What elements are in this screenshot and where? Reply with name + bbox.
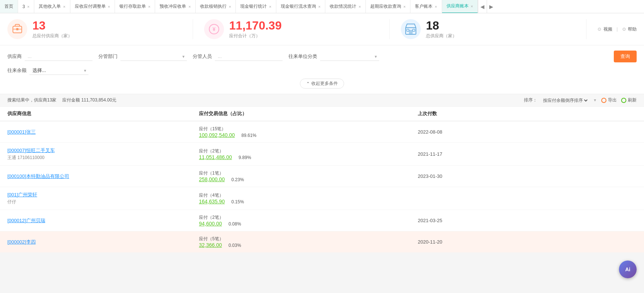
trade-percent: 89.61% [241, 133, 256, 138]
nav-right-arrow[interactable]: ▶ [487, 0, 496, 13]
top-navigation: 首页 3 × 其他收入单 × 应收应付调整单 × 银行存取款单 × 预收冲应收单… [0, 0, 644, 13]
nav-tab-cash-bank-stat[interactable]: 现金银行统计 × [236, 0, 276, 13]
nav-tab-3[interactable]: 3 × [18, 0, 34, 13]
trade-amount[interactable]: 11,051,486.00 [199, 154, 232, 160]
result-amount: 应付金额 111,703,854.00元 [62, 97, 116, 103]
trade-label: 应付（2笔） [199, 148, 418, 154]
dept-label: 分管部门 [98, 53, 118, 60]
trade-label: 应付（5笔） [199, 236, 418, 242]
summary-card-suppliers: 13 总应付供应商（家） [7, 19, 193, 39]
unit-select[interactable] [320, 52, 379, 61]
help-link[interactable]: ⊙ 帮助 [622, 26, 637, 32]
close-icon[interactable]: × [148, 4, 150, 9]
supplier-input[interactable] [25, 52, 92, 61]
supplier-info-cell: [000002]李四 [7, 239, 199, 245]
close-icon[interactable]: × [63, 4, 65, 9]
filter-unit-class: 往来单位分类 ▼ [288, 52, 379, 61]
close-icon[interactable]: × [435, 4, 437, 9]
nav-tab-customer-book[interactable]: 客户账本 × [410, 0, 442, 13]
trade-amount[interactable]: 164,635.90 [199, 199, 225, 204]
close-icon[interactable]: × [318, 4, 321, 9]
nav-tab-collection-stat[interactable]: 收款情况统计 × [325, 0, 365, 13]
table-row: [000012]广州贝瑞 应付（2笔） 94,600.00 0.08% 2021… [0, 210, 644, 231]
close-icon[interactable]: × [108, 4, 110, 9]
nav-tab-prepay[interactable]: 预收冲应收单 × [155, 0, 195, 13]
trade-percent: 0.23% [231, 177, 244, 182]
last-pay-cell: 2020-11-20 [418, 239, 637, 245]
amount-icon: ¥ [204, 19, 224, 39]
last-pay-cell: 2023-01-30 [418, 173, 637, 179]
export-button[interactable]: 导出 [601, 97, 617, 103]
nav-tab-home[interactable]: 首页 [0, 0, 18, 13]
nav-left-arrow[interactable]: ◀ [478, 0, 487, 13]
supplier-link[interactable]: [000012]广州贝瑞 [7, 217, 199, 224]
filter-row-1: 供应商 分管部门 ▼ 分管人员 往来单位分类 ▼ [7, 51, 637, 62]
card2-label: 应付合计（万） [229, 33, 281, 39]
card2-number: 11,170.39 [229, 20, 281, 31]
supplier-link[interactable]: [000002]李四 [7, 239, 199, 245]
header-trade-info: 应付交易信息（占比） [199, 110, 418, 117]
nav-tab-supplier-book[interactable]: 供应商账本 × [442, 0, 478, 13]
trade-label: 应付（2笔） [199, 214, 418, 221]
close-icon[interactable]: × [229, 4, 231, 9]
sort-select[interactable]: 按应付余额倒序排序 [542, 97, 589, 103]
sort-label: 排序： [524, 97, 537, 103]
supplier-link[interactable]: [000007]恒旺二手叉车 [7, 147, 199, 154]
card1-label: 总应付供应商（家） [32, 33, 72, 39]
supplier-info-cell: [001]广州荣轩 仔仔 [7, 192, 199, 205]
result-actions: 排序： 按应付余额倒序排序 ▼ 导出 刷新 [524, 97, 637, 103]
svg-rect-6 [409, 30, 413, 34]
filter-balance: 往来余额 选择... ▼ [7, 66, 88, 75]
trade-info-cell: 应付（5笔） 32,366.00 0.03% [199, 236, 418, 248]
trade-amount[interactable]: 32,366.00 [199, 242, 222, 248]
trade-label: 应付（1笔） [199, 170, 418, 176]
nav-tab-overdue[interactable]: 超期应收款查询 × [366, 0, 410, 13]
refresh-button[interactable]: 刷新 [621, 97, 637, 103]
nav-tab-bank[interactable]: 银行存取款单 × [115, 0, 155, 13]
close-icon[interactable]: × [27, 4, 29, 9]
close-icon[interactable]: × [403, 4, 406, 9]
filter-supplier: 供应商 [7, 52, 92, 61]
supplier-link[interactable]: [001]广州荣轩 [7, 192, 199, 198]
table-row: [000007]恒旺二手叉车 王通 17106110000 应付（2笔） 11,… [0, 143, 644, 166]
balance-dropdown-wrap: 选择... ▼ [29, 66, 88, 75]
trade-info-cell: 应付（4笔） 164,635.90 0.15% [199, 192, 418, 204]
trade-amount[interactable]: 94,600.00 [199, 221, 222, 227]
nav-tab-other-income[interactable]: 其他收入单 × [34, 0, 70, 13]
search-button[interactable]: 查询 [614, 51, 637, 62]
trade-info-cell: 应付（15笔） 100,092,540.00 89.61% [199, 126, 418, 138]
dept-select[interactable] [120, 52, 187, 61]
supplier-sub: 仔仔 [7, 199, 199, 205]
result-prefix: 搜索结果中，供应商13家 [7, 97, 56, 103]
card3-label: 总供应商（家） [426, 33, 457, 39]
trade-percent: 9.89% [239, 155, 251, 160]
supplier-link[interactable]: [000001]张三 [7, 129, 199, 135]
close-icon[interactable]: × [358, 4, 361, 9]
chevron-down-icon: ▼ [593, 98, 597, 102]
person-input[interactable] [215, 52, 283, 61]
table-row: [000001]张三 应付（15笔） 100,092,540.00 89.61%… [0, 121, 644, 143]
nav-tab-adjustment[interactable]: 应收应付调整单 × [70, 0, 115, 13]
card1-number: 13 [32, 20, 72, 31]
close-icon[interactable]: × [269, 4, 271, 9]
unit-dropdown-wrap: ▼ [320, 52, 379, 61]
balance-select[interactable]: 选择... [29, 66, 88, 75]
close-icon[interactable]: × [188, 4, 190, 9]
supplier-link[interactable]: [000100]本特勤油品有限公司 [7, 173, 199, 180]
video-link[interactable]: ⊙ 视频 [598, 26, 612, 32]
nav-tab-receipt[interactable]: 收款核销执行 × [196, 0, 236, 13]
summary-card-total-suppliers: 18 总供应商（家） [401, 19, 587, 39]
last-pay-cell: 2021-03-25 [418, 218, 637, 223]
close-icon[interactable]: × [471, 4, 473, 8]
result-bar: 搜索结果中，供应商13家 应付金额 111,703,854.00元 排序： 按应… [0, 94, 644, 107]
filter-row-2: 往来余额 选择... ▼ [7, 66, 637, 75]
trade-amount[interactable]: 258,000.00 [199, 176, 225, 182]
collapse-button[interactable]: ⌃ 收起更多条件 [300, 79, 344, 89]
trade-amount[interactable]: 100,092,540.00 [199, 132, 235, 138]
header-supplier-info: 供应商信息 [7, 110, 199, 117]
table-header: 供应商信息 应付交易信息（占比） 上次付数 [0, 107, 644, 121]
table-row: [001]广州荣轩 仔仔 应付（4笔） 164,635.90 0.15% [0, 187, 644, 210]
person-label: 分管人员 [193, 53, 212, 60]
nav-tab-cash-flow[interactable]: 现金银行流水查询 × [276, 0, 325, 13]
svg-rect-8 [407, 29, 409, 31]
